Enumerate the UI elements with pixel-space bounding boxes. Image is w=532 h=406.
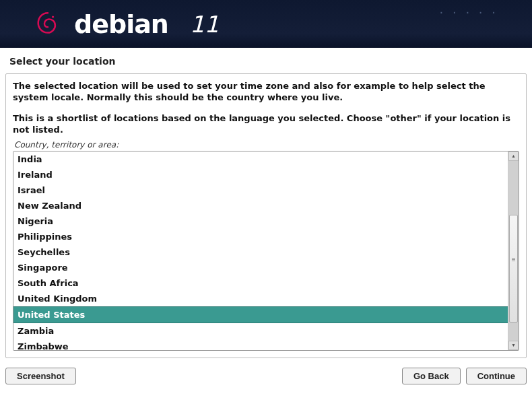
scroll-track[interactable] — [508, 161, 519, 341]
list-item[interactable]: Ireland — [13, 167, 508, 182]
debian-swirl-icon — [34, 10, 62, 38]
content-panel: The selected location will be used to se… — [5, 73, 527, 358]
shortlist-note: This is a shortlist of locations based o… — [13, 113, 519, 136]
screenshot-button[interactable]: Screenshot — [5, 368, 76, 384]
list-item[interactable]: New Zealand — [13, 198, 508, 213]
continue-button[interactable]: Continue — [466, 368, 527, 384]
list-item[interactable]: India — [13, 151, 508, 167]
list-item[interactable]: Singapore — [13, 260, 508, 275]
location-list[interactable]: IndiaIrelandIsraelNew ZealandNigeriaPhil… — [13, 151, 508, 350]
installer-header: debian 11 · · · · · — [0, 0, 532, 48]
scroll-grip-icon — [512, 258, 515, 262]
list-item[interactable]: Zimbabwe — [13, 339, 508, 350]
button-row: Screenshot Go Back Continue — [5, 368, 527, 384]
list-item[interactable]: Seychelles — [13, 244, 508, 260]
list-item[interactable]: Philippines — [13, 229, 508, 244]
svg-point-0 — [52, 15, 54, 18]
list-item[interactable]: Zambia — [13, 323, 508, 339]
scrollbar[interactable]: ▴ ▾ — [508, 151, 519, 350]
field-label: Country, territory or area: — [13, 140, 519, 149]
brand-version: 11 — [190, 11, 219, 38]
scroll-up-icon[interactable]: ▴ — [508, 151, 519, 161]
location-description: The selected location will be used to se… — [13, 81, 519, 104]
list-item[interactable]: Israel — [13, 182, 508, 198]
page-title: Select your location — [0, 48, 532, 73]
header-decoration: · · · · · — [440, 5, 499, 20]
list-item[interactable]: Nigeria — [13, 213, 508, 229]
scroll-thumb[interactable] — [509, 215, 518, 323]
location-list-container: IndiaIrelandIsraelNew ZealandNigeriaPhil… — [13, 151, 519, 351]
go-back-button[interactable]: Go Back — [402, 368, 461, 384]
list-item[interactable]: United States — [13, 306, 508, 323]
debian-logo: debian 11 — [34, 9, 219, 39]
list-item[interactable]: United Kingdom — [13, 291, 508, 306]
scroll-down-icon[interactable]: ▾ — [508, 341, 519, 350]
list-item[interactable]: South Africa — [13, 275, 508, 291]
brand-name: debian — [74, 9, 168, 39]
